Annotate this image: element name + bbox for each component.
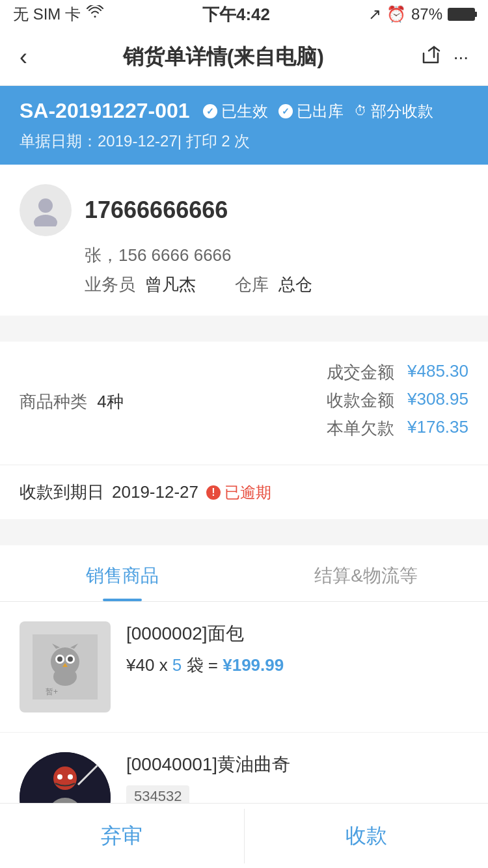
- due-section: 收款到期日 2019-12-27 ! 已逾期: [0, 465, 488, 519]
- back-button[interactable]: ‹: [20, 44, 27, 71]
- status-time: 下午4:42: [202, 3, 270, 26]
- qty-bread: 5: [172, 655, 182, 675]
- owed-row: 本单欠款 ¥176.35: [327, 417, 468, 440]
- status-badges: ✓ 已生效 ✓ 已出库 ⏱ 部分收款: [203, 101, 433, 122]
- avatar: [20, 184, 72, 236]
- sales-info: 业务员 曾凡杰: [85, 273, 196, 296]
- svg-point-6: [57, 657, 62, 662]
- product-type-row: 商品种类 4种: [20, 390, 124, 413]
- bottom-bar: 弃审 收款: [0, 803, 488, 868]
- deal-amount-label: 成交金额: [327, 361, 394, 384]
- overdue-dot-icon: !: [206, 485, 221, 500]
- tab-settlement[interactable]: 结算&物流等: [244, 545, 488, 601]
- total-bread: ¥199.99: [223, 655, 284, 675]
- wifi-icon: [86, 5, 104, 23]
- date-label: 单据日期：: [20, 132, 98, 150]
- battery-icon: [448, 8, 475, 21]
- order-header: SA-20191227-001 ✓ 已生效 ✓ 已出库 ⏱ 部分收款 单据日期：…: [0, 86, 488, 165]
- product-price-bread: ¥40 x 5 袋 = ¥199.99: [126, 654, 468, 677]
- battery-text: 87%: [411, 5, 442, 23]
- svg-text:暂+: 暂+: [46, 687, 58, 696]
- order-date-line: 单据日期：2019-12-27| 打印 2 次: [20, 131, 468, 152]
- badge-partial: ⏱ 部分收款: [354, 101, 433, 122]
- status-bar: 无 SIM 卡 下午4:42 ↗ ⏰ 87%: [0, 0, 488, 29]
- carrier-text: 无 SIM 卡: [13, 4, 81, 25]
- sales-name: 曾凡杰: [145, 275, 196, 294]
- overdue-badge: ! 已逾期: [206, 482, 271, 503]
- svg-point-14: [53, 766, 77, 790]
- customer-section: 17666666666 张，156 6666 6666 业务员 曾凡杰 仓库 总…: [0, 165, 488, 316]
- deal-amount-value: ¥485.30: [407, 361, 468, 384]
- product-title-bread: [0000002]面包: [126, 621, 468, 646]
- order-date: 2019-12-27: [98, 132, 178, 150]
- price-bread: ¥40: [126, 655, 154, 675]
- sales-label: 业务员: [85, 275, 135, 294]
- sep2: [0, 532, 488, 545]
- share-button[interactable]: [420, 44, 441, 70]
- product-type-value: 4种: [97, 392, 123, 411]
- received-label: 收款金额: [327, 389, 394, 412]
- product-info-bread: [0000002]面包 ¥40 x 5 袋 = ¥199.99: [126, 621, 468, 712]
- status-right: ↗ ⏰ 87%: [368, 5, 475, 23]
- tab-sales-products[interactable]: 销售商品: [0, 545, 244, 601]
- shipped-icon: ✓: [278, 104, 293, 118]
- warehouse-label: 仓库: [235, 275, 269, 294]
- owed-value: ¥176.35: [407, 417, 468, 440]
- received-row: 收款金额 ¥308.95: [327, 389, 468, 412]
- customer-contact: 张，156 6666 6666: [85, 244, 468, 267]
- badge-shipped: ✓ 已出库: [278, 101, 344, 122]
- order-id: SA-20191227-001: [20, 99, 190, 123]
- tabs-section: 销售商品 结算&物流等: [0, 545, 488, 602]
- product-thumbnail-bread: 暂+: [20, 621, 111, 712]
- tabs-row: 销售商品 结算&物流等: [0, 545, 488, 602]
- list-item: 暂+ [0000002]面包 ¥40 x 5 袋 = ¥199.99: [0, 602, 488, 733]
- svg-point-11: [53, 668, 77, 686]
- product-type-label: 商品种类: [20, 392, 87, 411]
- svg-point-0: [38, 198, 53, 213]
- nav-bar: ‹ 销货单详情(来自电脑) ···: [0, 29, 488, 86]
- badge-effective: ✓ 已生效: [203, 101, 268, 122]
- print-count: | 打印 2 次: [178, 132, 251, 150]
- page-title: 销货单详情(来自电脑): [123, 43, 324, 72]
- sep1: [0, 329, 488, 342]
- stats-right: 成交金额 ¥485.30 收款金额 ¥308.95 本单欠款 ¥176.35: [327, 361, 468, 445]
- warehouse-name: 总仓: [278, 275, 312, 294]
- more-button[interactable]: ···: [454, 47, 468, 68]
- nav-actions: ···: [420, 44, 468, 70]
- product-title-cookie: [00040001]黄油曲奇: [126, 752, 468, 777]
- svg-point-18: [68, 774, 73, 780]
- alarm-icon: ⏰: [386, 5, 406, 23]
- customer-meta: 业务员 曾凡杰 仓库 总仓: [85, 273, 468, 296]
- location-icon: ↗: [368, 5, 381, 23]
- svg-point-1: [34, 215, 57, 226]
- customer-phone: 17666666666: [85, 197, 228, 224]
- effective-icon: ✓: [203, 104, 217, 118]
- deal-amount-row: 成交金额 ¥485.30: [327, 361, 468, 384]
- stats-left: 商品种类 4种: [20, 390, 124, 416]
- svg-point-17: [57, 774, 62, 780]
- warehouse-info: 仓库 总仓: [235, 273, 312, 296]
- due-date: 2019-12-27: [112, 482, 198, 502]
- abandon-review-button[interactable]: 弃审: [0, 809, 245, 863]
- received-value: ¥308.95: [407, 389, 468, 412]
- unit-bread: 袋: [187, 655, 204, 675]
- overdue-text: 已逾期: [224, 482, 271, 503]
- customer-row: 17666666666: [20, 184, 468, 236]
- stats-section: 商品种类 4种 成交金额 ¥485.30 收款金额 ¥308.95 本单欠款 ¥…: [0, 342, 488, 465]
- collect-payment-button[interactable]: 收款: [245, 809, 489, 863]
- svg-point-7: [68, 657, 73, 662]
- order-header-top: SA-20191227-001 ✓ 已生效 ✓ 已出库 ⏱ 部分收款: [20, 99, 468, 123]
- due-label: 收款到期日: [20, 481, 104, 504]
- owed-label: 本单欠款: [327, 417, 394, 440]
- status-left: 无 SIM 卡: [13, 4, 104, 25]
